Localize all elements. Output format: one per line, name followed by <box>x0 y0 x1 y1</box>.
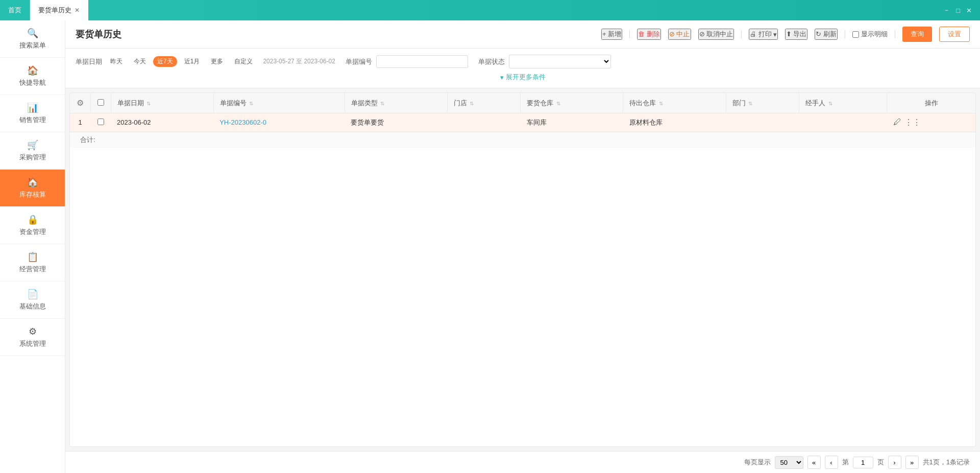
cell-checkbox <box>90 113 111 132</box>
cell-date: 2023-06-02 <box>111 113 213 132</box>
current-page-input[interactable] <box>853 457 873 468</box>
pending-warehouse-sort-icon: ⇅ <box>659 101 663 106</box>
col-req-warehouse-header[interactable]: 要货仓库 ⇅ <box>521 93 623 113</box>
col-number-header[interactable]: 单据编号 ⇅ <box>213 93 345 113</box>
tab-close-icon[interactable]: ✕ <box>75 7 80 14</box>
page-label-suffix: 页 <box>877 458 884 467</box>
expand-button[interactable]: ▾ 展开更多条件 <box>500 73 546 82</box>
status-select[interactable] <box>509 55 611 68</box>
per-page-select[interactable]: 50 10 20 100 <box>775 456 803 469</box>
sidebar-item-ops-mgmt[interactable]: 📋 经营管理 <box>0 244 65 281</box>
sidebar-item-basic-info[interactable]: 📄 基础信息 <box>0 281 65 319</box>
main-layout: 🔍 搜索菜单 🏠 快捷导航 📊 销售管理 🛒 采购管理 🏠 库存核算 🔒 资金管… <box>0 20 980 473</box>
content-area: 要货单历史 + 新增 🗑 删除 ⊘ 中止 ⊘ 取消中止 🖨 打印 ▾ ⬆ 导出 … <box>65 20 980 473</box>
purchase-mgmt-icon: 🛒 <box>27 139 38 151</box>
cell-handler <box>799 113 887 132</box>
col-handler-header[interactable]: 经手人 ⇅ <box>799 93 887 113</box>
next-page-button[interactable]: › <box>888 456 901 469</box>
display-detail-checkbox[interactable]: 显示明细 <box>852 30 888 39</box>
row-checkbox[interactable] <box>97 119 104 125</box>
expand-down-icon: ▾ <box>500 74 504 81</box>
date-filter-label: 单据日期 <box>76 57 102 66</box>
date-range-text: 2023-05-27 至 2023-06-02 <box>263 57 335 66</box>
cell-dept <box>726 113 799 132</box>
sidebar-item-search-menu[interactable]: 🔍 搜索菜单 <box>0 20 65 58</box>
table-footer: 合计: <box>70 132 975 148</box>
col-settings-icon[interactable]: ⚙ <box>77 99 84 107</box>
inventory-icon: 🏠 <box>27 177 38 188</box>
table-header-row: ⚙ 单据日期 ⇅ 单据编号 ⇅ <box>70 93 975 113</box>
prev-page-button[interactable]: ‹ <box>825 456 838 469</box>
divider-2 <box>741 30 742 38</box>
sidebar-item-sales-mgmt[interactable]: 📊 销售管理 <box>0 95 65 132</box>
table-row: 1 2023-06-02 YH-20230602-0 要货单要货 车间库 原材料… <box>70 113 975 132</box>
table-container: ⚙ 单据日期 ⇅ 单据编号 ⇅ <box>69 92 976 447</box>
export-button[interactable]: ⬆ 导出 <box>785 29 808 40</box>
cell-type: 要货单要货 <box>345 113 447 132</box>
col-store-header[interactable]: 门店 ⇅ <box>447 93 520 113</box>
cell-req-warehouse: 车间库 <box>521 113 623 132</box>
date-btn-custom[interactable]: 自定义 <box>230 56 257 67</box>
store-sort-icon: ⇅ <box>470 101 474 106</box>
col-date-header[interactable]: 单据日期 ⇅ <box>111 93 213 113</box>
print-dropdown-icon: ▾ <box>773 31 777 38</box>
query-button[interactable]: 查询 <box>902 27 932 42</box>
sidebar-item-purchase-mgmt[interactable]: 🛒 采购管理 <box>0 132 65 170</box>
date-btn-today[interactable]: 今天 <box>130 56 150 67</box>
edit-action-icon[interactable]: 🖊 <box>893 117 901 127</box>
sales-mgmt-icon: 📊 <box>27 102 38 113</box>
date-btn-7days[interactable]: 近7天 <box>153 56 177 67</box>
doc-number-input[interactable] <box>376 55 468 68</box>
maximize-icon[interactable]: □ <box>956 7 960 14</box>
tab-list: 首页 要货单历史 ✕ <box>0 0 88 20</box>
filter-row: 单据日期 昨天 今天 近7天 近1月 更多 自定义 2023-05-27 至 2… <box>76 55 970 68</box>
select-all-checkbox[interactable] <box>97 99 104 106</box>
ops-mgmt-icon: 📋 <box>27 251 38 263</box>
date-sort-icon: ⇅ <box>146 101 151 106</box>
minimize-icon[interactable]: － <box>943 6 950 15</box>
print-button[interactable]: 🖨 打印 ▾ <box>749 29 778 40</box>
col-settings-header[interactable]: ⚙ <box>70 93 90 113</box>
sidebar-item-sys-mgmt[interactable]: ⚙ 系统管理 <box>0 319 65 356</box>
tab-order-history[interactable]: 要货单历史 ✕ <box>30 0 88 20</box>
divider-1 <box>629 30 630 38</box>
date-btn-more[interactable]: 更多 <box>207 56 227 67</box>
sidebar-item-quick-nav[interactable]: 🏠 快捷导航 <box>0 58 65 95</box>
close-window-icon[interactable]: ✕ <box>966 7 972 14</box>
sidebar-item-capital-mgmt[interactable]: 🔒 资金管理 <box>0 207 65 244</box>
first-page-button[interactable]: « <box>807 456 821 469</box>
number-sort-icon: ⇅ <box>249 101 253 106</box>
delete-button[interactable]: 🗑 删除 <box>637 29 661 40</box>
more-action-icon[interactable]: ⋮⋮ <box>904 117 921 127</box>
doc-number-filter-group: 单据编号 <box>346 55 468 68</box>
refresh-button[interactable]: ↻ 刷新 <box>815 29 838 40</box>
divider-3 <box>845 30 845 38</box>
settings-button[interactable]: 设置 <box>939 27 970 42</box>
page-header: 要货单历史 + 新增 🗑 删除 ⊘ 中止 ⊘ 取消中止 🖨 打印 ▾ ⬆ 导出 … <box>65 20 980 49</box>
stop-button[interactable]: ⊘ 中止 <box>668 29 691 40</box>
last-page-button[interactable]: » <box>905 456 919 469</box>
col-type-header[interactable]: 单据类型 ⇅ <box>345 93 447 113</box>
status-filter-group: 单据状态 <box>478 55 611 68</box>
col-dept-header[interactable]: 部门 ⇅ <box>726 93 799 113</box>
col-checkbox-header <box>90 93 111 113</box>
tab-home[interactable]: 首页 <box>0 0 30 20</box>
new-button[interactable]: + 新增 <box>601 29 622 40</box>
sidebar-item-inventory[interactable]: 🏠 库存核算 <box>0 170 65 207</box>
col-pending-warehouse-header[interactable]: 待出仓库 ⇅ <box>623 93 726 113</box>
cancel-stop-button[interactable]: ⊘ 取消中止 <box>698 29 734 40</box>
date-btn-yesterday[interactable]: 昨天 <box>106 56 127 67</box>
table-body: 1 2023-06-02 YH-20230602-0 要货单要货 车间库 原材料… <box>70 113 975 132</box>
doc-number-label: 单据编号 <box>346 57 372 66</box>
page-label-prefix: 第 <box>842 458 849 467</box>
expand-row: ▾ 展开更多条件 <box>76 73 970 82</box>
basic-info-icon: 📄 <box>27 289 38 300</box>
type-sort-icon: ⇅ <box>380 101 384 106</box>
doc-number-link[interactable]: YH-20230602-0 <box>219 119 266 126</box>
date-btn-1month[interactable]: 近1月 <box>180 56 204 67</box>
date-filter-group: 单据日期 昨天 今天 近7天 近1月 更多 自定义 2023-05-27 至 2… <box>76 56 335 67</box>
display-detail-input[interactable] <box>852 31 859 38</box>
cell-store <box>447 113 520 132</box>
quick-nav-icon: 🏠 <box>27 65 38 76</box>
cell-action: 🖊 ⋮⋮ <box>887 113 975 132</box>
